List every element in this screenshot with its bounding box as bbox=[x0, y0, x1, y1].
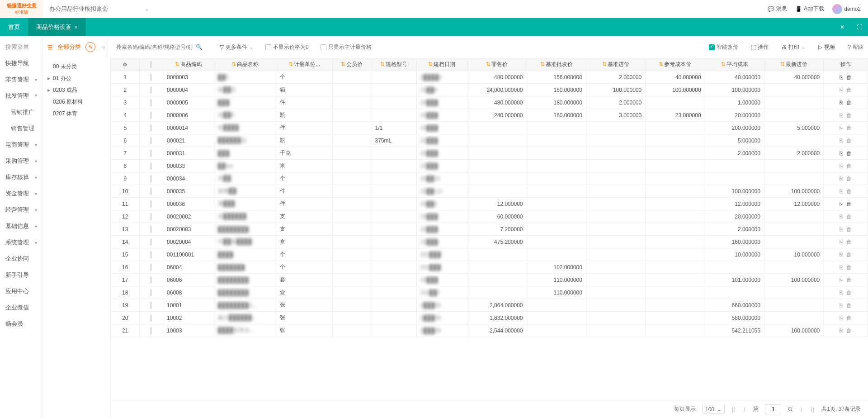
copy-icon[interactable]: ⎘ bbox=[840, 163, 843, 169]
tree-node[interactable]: 0206 原材料 bbox=[43, 96, 110, 108]
copy-icon[interactable]: ⎘ bbox=[840, 150, 843, 157]
table-row[interactable]: 9000034农██个20██23⎘🗑 bbox=[111, 172, 868, 185]
checkbox-icon[interactable] bbox=[151, 327, 151, 334]
table-row[interactable]: 1300020003████████支20███7.2000002.000000… bbox=[111, 223, 868, 236]
smart-price-toggle[interactable]: 智能改价 bbox=[709, 43, 738, 51]
checkbox-icon[interactable] bbox=[151, 99, 151, 106]
sidebar-item[interactable]: 电商管理▾ bbox=[0, 137, 42, 153]
sort-icon[interactable]: ⇅ bbox=[175, 61, 179, 67]
copy-icon[interactable]: ⎘ bbox=[840, 290, 843, 296]
sidebar-item[interactable]: 应用中心 bbox=[0, 283, 42, 299]
search-input[interactable] bbox=[116, 44, 193, 50]
only-main-checkbox[interactable]: 只显示主计量价格 bbox=[321, 43, 372, 51]
messages-button[interactable]: 💬消息 bbox=[768, 5, 787, 13]
checkbox-icon[interactable] bbox=[151, 314, 151, 322]
delete-icon[interactable]: 🗑 bbox=[846, 87, 852, 93]
table-row[interactable]: 1910001████████A...张2███052,064.00000066… bbox=[111, 299, 868, 312]
checkbox-icon[interactable] bbox=[151, 213, 151, 220]
operate-button[interactable]: ⬚操作 bbox=[751, 43, 769, 51]
table-row[interactable]: 20000004收██长箱20██824,000.000000180.00000… bbox=[111, 84, 868, 96]
sidebar-item[interactable]: 资金管理▾ bbox=[0, 185, 42, 202]
sidebar-item[interactable]: 新手引导 bbox=[0, 267, 42, 283]
tab-home[interactable]: 首页 bbox=[0, 18, 28, 36]
copy-icon[interactable]: ⎘ bbox=[840, 226, 843, 233]
table-row[interactable]: 10000003██5个2████0480.000000156.0000002.… bbox=[111, 71, 868, 84]
table-row[interactable]: 1606004███████个202███102.000000⎘🗑 bbox=[111, 261, 868, 274]
col-date[interactable]: ⇅建档日期 bbox=[416, 58, 467, 71]
checkbox-icon[interactable] bbox=[151, 264, 151, 271]
user-menu[interactable]: demo2 bbox=[832, 4, 861, 14]
table-row[interactable]: 1400020004中██客████盒20███475.200000160.00… bbox=[111, 236, 868, 248]
close-tab-button[interactable]: ✕ bbox=[834, 18, 851, 36]
sort-icon[interactable]: ⇅ bbox=[380, 61, 385, 67]
copy-icon[interactable]: ⎘ bbox=[840, 252, 843, 258]
delete-icon[interactable]: 🗑 bbox=[846, 328, 852, 334]
tree-node[interactable]: ▸01 办公 bbox=[43, 72, 110, 84]
copy-icon[interactable]: ⎘ bbox=[840, 100, 843, 106]
sort-icon[interactable]: ⇅ bbox=[780, 61, 785, 67]
delete-icon[interactable]: 🗑 bbox=[846, 176, 852, 182]
col-op[interactable]: 操作 bbox=[824, 58, 868, 71]
sidebar-item[interactable]: 快捷导航 bbox=[0, 55, 42, 71]
copy-icon[interactable]: ⎘ bbox=[840, 176, 843, 182]
delete-icon[interactable]: 🗑 bbox=[846, 150, 852, 157]
copy-icon[interactable]: ⎘ bbox=[840, 201, 843, 207]
tab-price-settings[interactable]: 商品价格设置✕ bbox=[28, 18, 86, 36]
delete-icon[interactable]: 🗑 bbox=[846, 315, 852, 321]
tree-node[interactable]: 0207 体育 bbox=[43, 108, 110, 119]
table-row[interactable]: 2010002杨力██████...张2███051,632.000000580… bbox=[111, 312, 868, 324]
col-whs[interactable]: ⇅基准批发价 bbox=[527, 58, 586, 71]
delete-icon[interactable]: 🗑 bbox=[846, 125, 852, 131]
first-page-button[interactable]: |⟨ bbox=[731, 406, 736, 413]
sort-icon[interactable]: ⇅ bbox=[721, 61, 726, 67]
sidebar-item[interactable]: 基础信息▾ bbox=[0, 218, 42, 234]
checkbox-icon[interactable] bbox=[151, 188, 151, 195]
table-row[interactable]: 7000031███千克20███2.0000002.000000⎘🗑 bbox=[111, 147, 868, 160]
table-row[interactable]: 8000033██est米20███⎘🗑 bbox=[111, 160, 868, 172]
copy-icon[interactable]: ⎘ bbox=[840, 328, 843, 334]
copy-icon[interactable]: ⎘ bbox=[840, 112, 843, 119]
col-retail[interactable]: ⇅零售价 bbox=[467, 58, 527, 71]
search-box[interactable]: 🔍 bbox=[116, 44, 203, 50]
sort-icon[interactable]: ⇅ bbox=[428, 61, 433, 67]
sort-icon[interactable]: ⇅ bbox=[540, 61, 545, 67]
delete-icon[interactable]: 🗑 bbox=[846, 226, 852, 233]
copy-icon[interactable]: ⎘ bbox=[840, 214, 843, 220]
col-spec[interactable]: ⇅规格型号 bbox=[371, 58, 416, 71]
delete-icon[interactable]: 🗑 bbox=[846, 112, 852, 119]
collapse-tree-button[interactable]: « bbox=[100, 36, 108, 58]
delete-icon[interactable]: 🗑 bbox=[846, 188, 852, 195]
table-row[interactable]: 11000036测███件20██812.00000012.00000012.0… bbox=[111, 198, 868, 210]
table-row[interactable]: 6000021██████品瓶375mL20███5.000000⎘🗑 bbox=[111, 134, 868, 147]
delete-icon[interactable]: 🗑 bbox=[846, 264, 852, 271]
copy-icon[interactable]: ⎘ bbox=[840, 264, 843, 271]
delete-icon[interactable]: 🗑 bbox=[846, 277, 852, 283]
table-row[interactable]: 10000035玻璃██件20██-13100.000000100.000000… bbox=[111, 185, 868, 198]
copy-icon[interactable]: ⎘ bbox=[840, 315, 843, 321]
copy-icon[interactable]: ⎘ bbox=[840, 302, 843, 309]
page-size-select[interactable]: 100⌄ bbox=[702, 405, 725, 414]
delete-icon[interactable]: 🗑 bbox=[846, 74, 852, 81]
sidebar-search[interactable]: 搜索菜单 bbox=[0, 39, 42, 55]
table-row[interactable]: 1806008████████盒202██7110.000000⎘🗑 bbox=[111, 286, 868, 299]
checkbox-icon[interactable] bbox=[151, 276, 151, 284]
delete-icon[interactable]: 🗑 bbox=[846, 302, 852, 309]
col-code[interactable]: ⇅商品编码 bbox=[163, 58, 214, 71]
sort-icon[interactable]: ⇅ bbox=[231, 61, 236, 67]
account-selector[interactable]: 办公用品行业模拟账套 ⌄ bbox=[43, 5, 156, 13]
video-button[interactable]: ▷视频 bbox=[818, 43, 835, 51]
checkbox-icon[interactable] bbox=[151, 150, 151, 157]
next-page-button[interactable]: ⟩ bbox=[799, 406, 803, 413]
checkbox-icon[interactable] bbox=[151, 61, 151, 68]
col-chk[interactable] bbox=[139, 58, 163, 71]
table-row[interactable]: 1706006████████套20███110.000000101.00000… bbox=[111, 274, 868, 286]
sort-icon[interactable]: ⇅ bbox=[341, 61, 345, 67]
copy-icon[interactable]: ⎘ bbox=[840, 74, 843, 81]
sidebar-item[interactable]: 系统管理▾ bbox=[0, 234, 42, 251]
sort-icon[interactable]: ⇅ bbox=[486, 61, 491, 67]
gear-icon[interactable]: ⚙ bbox=[123, 62, 127, 68]
col-idx[interactable]: ⚙ bbox=[111, 58, 140, 71]
sidebar-item[interactable]: 批发管理▴ bbox=[0, 88, 42, 104]
checkbox-icon[interactable] bbox=[151, 251, 151, 258]
close-icon[interactable]: ✕ bbox=[74, 25, 78, 30]
